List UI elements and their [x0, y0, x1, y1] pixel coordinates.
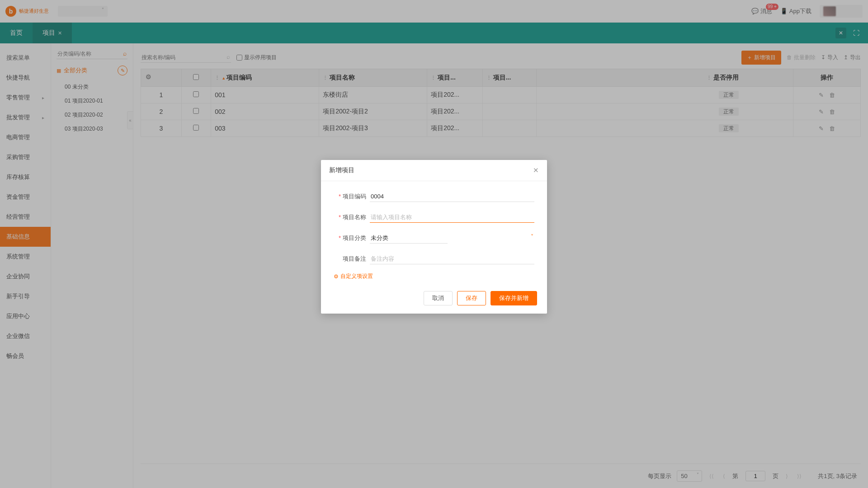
- field-name-input[interactable]: [370, 212, 534, 223]
- field-remark-input[interactable]: [370, 253, 534, 264]
- custom-fields-link[interactable]: 自定义项设置: [334, 272, 534, 280]
- save-button[interactable]: 保存: [457, 291, 486, 305]
- field-code-label: 项目编码: [334, 192, 370, 201]
- field-category-label: 项目分类: [334, 234, 370, 242]
- save-and-add-button[interactable]: 保存并新增: [491, 291, 537, 305]
- add-project-modal: 新增项目 ✕ 项目编码 项目名称 项目分类 项目备注 自定义项设置 取消 保存 …: [321, 160, 547, 314]
- field-remark-label: 项目备注: [334, 255, 370, 263]
- field-name-label: 项目名称: [334, 213, 370, 221]
- field-category-select[interactable]: [370, 233, 448, 244]
- cancel-button[interactable]: 取消: [424, 291, 453, 305]
- modal-title: 新增项目: [329, 166, 354, 174]
- modal-close-button[interactable]: ✕: [533, 166, 539, 174]
- field-code-input[interactable]: [370, 191, 534, 202]
